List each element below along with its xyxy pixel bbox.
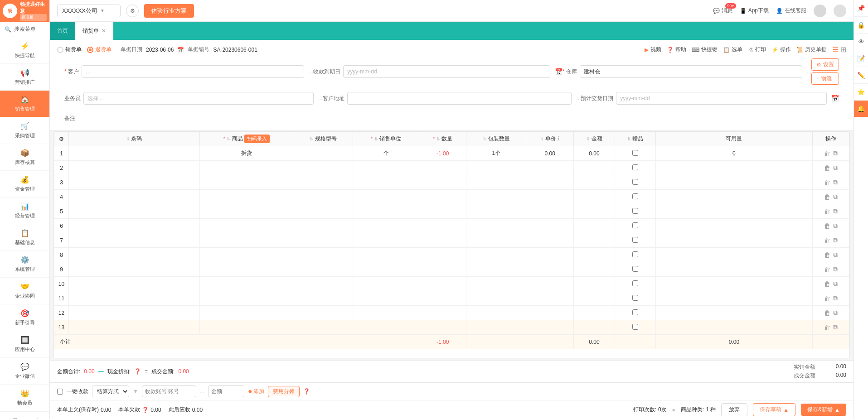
row-gift[interactable] [615, 146, 655, 161]
fee-split-button[interactable]: 费用分摊 [268, 386, 300, 397]
row-gift[interactable] [615, 248, 655, 262]
delete-icon[interactable]: 🗑 [824, 237, 830, 244]
user-avatar-2[interactable] [834, 5, 846, 17]
row-gift[interactable] [615, 233, 655, 248]
sidebar-item-quick-nav[interactable]: ⚡ 快捷导航 [0, 37, 49, 64]
calendar-icon[interactable]: 📅 [177, 47, 184, 53]
return-order-radio[interactable]: 退货单 [87, 46, 112, 53]
payment-method-select[interactable]: 结算方式 [92, 385, 129, 397]
video-btn[interactable]: ▶ 视频 [645, 46, 661, 53]
row-barcode[interactable] [69, 161, 200, 175]
delete-icon[interactable]: 🗑 [824, 309, 830, 317]
right-panel-note[interactable]: 📝 [854, 50, 868, 67]
list-view-icon[interactable]: ☰ [832, 45, 839, 54]
copy-icon[interactable]: ⧉ [833, 164, 838, 172]
expected-date-calendar-icon[interactable]: 📅 [831, 95, 839, 102]
row-gift[interactable] [615, 161, 655, 175]
expected-date-input[interactable] [616, 92, 827, 105]
table-container[interactable]: ⚙ ⇅ 条码 * ⇅ 商品 扫码录入 ⇅ 规格型号 [53, 131, 850, 358]
warehouse-ellipsis[interactable]: ... [807, 68, 811, 75]
trial-button[interactable]: 体验行业方案 [144, 4, 194, 18]
customer-input[interactable] [82, 65, 304, 78]
copy-icon[interactable]: ⧉ [833, 207, 838, 215]
row-barcode[interactable] [69, 190, 200, 204]
scan-button[interactable]: 扫码录入 [244, 135, 270, 143]
sidebar-item-inventory[interactable]: 📦 库存核算 [0, 144, 49, 171]
row-gift[interactable] [615, 190, 655, 204]
select-btn[interactable]: 📋 选单 [723, 46, 742, 53]
row-barcode[interactable] [69, 219, 200, 233]
user-avatar[interactable] [814, 5, 826, 17]
copy-icon[interactable]: ⧉ [833, 309, 838, 317]
operation-btn[interactable]: ⚡ 操作 [771, 46, 791, 53]
sidebar-item-sales[interactable]: 🏠 销售管理 [0, 91, 49, 117]
row-gift[interactable] [615, 219, 655, 233]
due-date-input[interactable] [343, 65, 550, 78]
row-barcode[interactable] [69, 146, 200, 161]
add-payment-button[interactable]: ● 添加 [248, 387, 264, 395]
salesperson-input[interactable] [83, 92, 314, 105]
warehouse-input[interactable] [580, 65, 802, 78]
sidebar-item-marketing[interactable]: 📢 营销推广 [0, 64, 49, 91]
right-panel-alert[interactable]: 🔔 [854, 101, 868, 117]
delete-icon[interactable]: 🗑 [824, 280, 830, 288]
sidebar-item-member[interactable]: 👑 畅会员 [0, 385, 49, 411]
row-gift[interactable] [615, 175, 655, 190]
row-barcode[interactable] [69, 262, 200, 277]
help-btn[interactable]: ❓ 帮助 [667, 46, 686, 53]
row-barcode[interactable] [69, 204, 200, 219]
delete-icon[interactable]: 🗑 [824, 295, 830, 302]
company-selector[interactable]: XXXXXX公司 ▼ [57, 5, 121, 17]
th-gear[interactable]: ⚙ [54, 132, 69, 146]
shortcut-btn[interactable]: ⌨ 快捷键 [692, 46, 718, 53]
sidebar-item-wechat[interactable]: 💬 企业微信 [0, 358, 49, 385]
row-gift[interactable] [615, 277, 655, 291]
save-draft-button[interactable]: 保存草稿 ▲ [753, 403, 795, 416]
delete-icon[interactable]: 🗑 [824, 193, 830, 201]
row-gift[interactable] [615, 320, 655, 335]
row-barcode[interactable] [69, 306, 200, 320]
copy-icon[interactable]: ⧉ [833, 236, 838, 244]
copy-icon[interactable]: ⧉ [833, 222, 838, 230]
payment-account-input[interactable] [142, 385, 196, 397]
logistics-btn[interactable]: + 物流 [811, 72, 839, 85]
delete-icon[interactable]: 🗑 [824, 164, 830, 172]
row-barcode[interactable] [69, 291, 200, 306]
sidebar-item-basics[interactable]: 📋 基础信息 [0, 224, 49, 251]
right-panel-eye[interactable]: 👁 [854, 34, 868, 50]
delete-icon[interactable]: 🗑 [824, 324, 830, 331]
sidebar-item-purchase[interactable]: 🛒 采购管理 [0, 117, 49, 144]
payment-amount-input[interactable] [208, 385, 244, 397]
collapse-btn[interactable]: ◀ [32, 416, 38, 419]
delete-icon[interactable]: 🗑 [824, 208, 830, 215]
row-barcode[interactable] [69, 248, 200, 262]
settings-btn[interactable]: ⚙ 设置 [811, 58, 839, 71]
sidebar-item-operations[interactable]: 📊 经营管理 [0, 197, 49, 224]
right-panel-lock[interactable]: 🔒 [854, 17, 868, 34]
settings-bottom-btn[interactable]: ⚙ [12, 416, 18, 419]
copy-icon[interactable]: ⧉ [833, 193, 838, 201]
sales-order-radio[interactable]: 销货单 [57, 46, 82, 53]
row-barcode[interactable] [69, 320, 200, 335]
delete-icon[interactable]: 🗑 [824, 251, 830, 259]
tab-sales-order[interactable]: 销货单 ✕ [75, 22, 113, 40]
delete-icon[interactable]: 🗑 [824, 150, 830, 157]
customer-address-input[interactable] [347, 92, 572, 105]
app-download-button[interactable]: 📱 App下载 [740, 7, 769, 14]
salesperson-ellipsis[interactable]: ... [318, 95, 323, 101]
right-panel-pin[interactable]: 📌 [854, 0, 868, 17]
sidebar-item-guide[interactable]: 🎯 新手引导 [0, 304, 49, 331]
tab-close-icon[interactable]: ✕ [102, 28, 106, 34]
one-click-pay-checkbox[interactable] [57, 389, 63, 395]
copy-icon[interactable]: ⧉ [833, 251, 838, 259]
account-ellipsis[interactable]: ... [200, 388, 204, 395]
copy-icon[interactable]: ⧉ [833, 265, 838, 273]
online-service-button[interactable]: 👤 在线客服 [776, 7, 806, 14]
message-button[interactable]: 💬 消息 99+ [713, 7, 732, 14]
due-date-calendar-icon[interactable]: 📅 [555, 68, 563, 75]
delete-icon[interactable]: 🗑 [824, 222, 830, 230]
sidebar-item-cooperation[interactable]: 🤝 企业协同 [0, 278, 49, 304]
delete-icon[interactable]: 🗑 [824, 179, 830, 186]
customer-ellipsis[interactable]: ... [309, 68, 313, 75]
row-gift[interactable] [615, 262, 655, 277]
